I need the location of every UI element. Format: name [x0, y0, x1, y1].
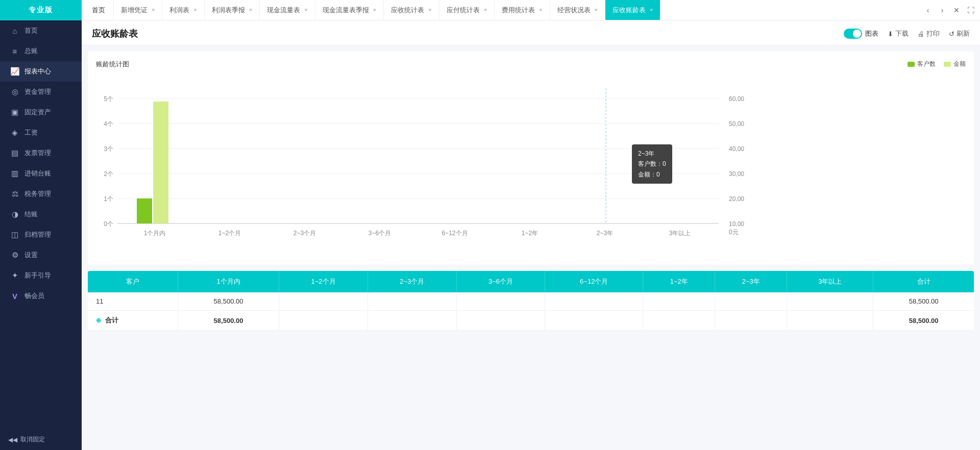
sidebar-item-close[interactable]: ◑ 结账 — [0, 204, 82, 224]
sidebar-item-vip[interactable]: V 畅会员 — [0, 286, 82, 306]
cell-y12 — [643, 292, 715, 311]
tab-cashflow-label: 现金流量表 — [267, 6, 300, 15]
sidebar-item-home[interactable]: ⌂ 首页 — [0, 20, 82, 41]
svg-text:2个: 2个 — [104, 170, 113, 178]
tab-profit-quarter[interactable]: 利润表季报 × — [205, 0, 260, 20]
col-header-m12: 1~2个月 — [279, 271, 368, 292]
cell-m12 — [279, 292, 368, 311]
archive-icon: ◫ — [10, 230, 19, 239]
tab-cashflow-close[interactable]: × — [304, 7, 307, 13]
tab-ar-aging-close[interactable]: × — [650, 7, 653, 13]
cell-m36 — [456, 292, 545, 311]
svg-text:20,000.00元: 20,000.00元 — [729, 195, 744, 203]
tab-voucher[interactable]: 新增凭证 × — [114, 0, 162, 20]
tab-cashflow-quarter[interactable]: 现金流量表季报 × — [315, 0, 384, 20]
tab-expense-stat-close[interactable]: × — [539, 7, 542, 13]
svg-text:10,000.00元: 10,000.00元 — [729, 220, 744, 228]
svg-text:1个: 1个 — [104, 195, 113, 203]
tab-profit-quarter-close[interactable]: × — [249, 7, 252, 13]
tab-ap-stat[interactable]: 应付统计表 × — [439, 0, 495, 20]
tab-operation[interactable]: 经营状况表 × — [550, 0, 605, 20]
svg-text:6~12个月: 6~12个月 — [442, 230, 468, 237]
sidebar-item-guide[interactable]: ✦ 新手引导 — [0, 265, 82, 286]
tab-cashflow[interactable]: 现金流量表 × — [260, 0, 315, 20]
tab-ar-stat[interactable]: 应收统计表 × — [384, 0, 439, 20]
tab-cashflow-quarter-close[interactable]: × — [373, 7, 376, 13]
tab-profit[interactable]: 利润表 × — [162, 0, 204, 20]
tab-voucher-close[interactable]: × — [152, 7, 155, 13]
total-m23 — [368, 311, 456, 331]
tab-ar-aging[interactable]: 应收账龄表 × — [605, 0, 660, 20]
refresh-label: 刷新 — [957, 29, 970, 38]
chart-toggle[interactable] — [844, 29, 862, 39]
fund-icon: ◎ — [10, 87, 19, 96]
sidebar-label-invoice: 发票管理 — [24, 148, 51, 158]
sidebar-item-fund[interactable]: ◎ 资金管理 — [0, 82, 82, 102]
sidebar-label-close: 结账 — [24, 210, 38, 219]
sidebar-item-ledger[interactable]: ≡ 总账 — [0, 41, 82, 61]
bar-chart: 5个 4个 3个 2个 1个 0个 60,000.00元 50,000.00元 … — [96, 73, 744, 257]
chart-container: 账龄统计图 客户数 金额 5个 4个 3个 2个 1个 — [88, 52, 974, 265]
tab-cashflow-quarter-label: 现金流量表季报 — [323, 6, 369, 15]
cell-customer: 11 — [88, 292, 178, 311]
tab-profit-close[interactable]: × — [193, 7, 197, 13]
tab-expense-stat[interactable]: 费用统计表 × — [495, 0, 550, 20]
tab-expense-stat-label: 费用统计表 — [502, 6, 535, 15]
bar-amount-0 — [153, 102, 168, 223]
tab-home[interactable]: 首页 — [84, 0, 114, 20]
sidebar-item-settings[interactable]: ⚙ 设置 — [0, 245, 82, 265]
legend-amount-box — [944, 62, 951, 67]
svg-text:0元: 0元 — [729, 229, 739, 236]
sidebar-label-settings: 设置 — [24, 251, 38, 260]
tab-ap-stat-label: 应付统计表 — [447, 6, 480, 15]
cell-m23 — [368, 292, 456, 311]
svg-text:50,000.00元: 50,000.00元 — [729, 120, 744, 128]
refresh-button[interactable]: ↺ 刷新 — [949, 29, 970, 38]
sidebar-label-fund: 资金管理 — [24, 87, 51, 96]
col-header-total: 合计 — [873, 271, 974, 292]
print-button[interactable]: 🖨 打印 — [918, 29, 940, 38]
tab-next-btn[interactable]: › — [935, 0, 949, 20]
svg-text:30,000.00元: 30,000.00元 — [729, 170, 744, 178]
tab-close-btn[interactable]: ✕ — [949, 0, 964, 20]
tab-ar-stat-close[interactable]: × — [428, 7, 431, 13]
cell-total: 58,500.00 — [873, 292, 974, 311]
refresh-icon: ↺ — [949, 30, 954, 38]
sidebar-label-tax: 税务管理 — [24, 189, 51, 198]
guide-icon: ✦ — [10, 271, 19, 280]
total-m36 — [456, 311, 545, 331]
total-m12 — [279, 311, 368, 331]
data-table-container: 客户 1个月内 1~2个月 2~3个月 3~6个月 6~12个月 1~2年 2~… — [88, 271, 974, 331]
legend-customers: 客户数 — [908, 60, 936, 68]
col-header-y23: 2~3年 — [715, 271, 787, 292]
sidebar-item-asset[interactable]: ▣ 固定资产 — [0, 102, 82, 122]
sidebar-label-guide: 新手引导 — [24, 271, 51, 280]
page-title: 应收账龄表 — [92, 28, 138, 40]
sidebar-item-tax[interactable]: ⚖ 税务管理 — [0, 184, 82, 204]
sidebar-item-purchase[interactable]: ▥ 进销台账 — [0, 163, 82, 184]
unpin-button[interactable]: ◀◀ 取消固定 — [0, 429, 82, 450]
tab-prev-btn[interactable]: ‹ — [921, 0, 935, 20]
svg-text:4个: 4个 — [104, 120, 113, 128]
sidebar-label-home: 首页 — [24, 26, 38, 35]
tab-home-label: 首页 — [92, 6, 105, 15]
download-icon: ⬇ — [888, 30, 893, 38]
print-icon: 🖨 — [918, 30, 924, 38]
sidebar-item-salary[interactable]: ◈ 工资 — [0, 122, 82, 143]
total-row: ⊕ 合计 58,500.00 58,500.00 — [88, 311, 974, 331]
tab-expand-btn[interactable]: ⛶ — [964, 0, 978, 20]
total-icon: ⊕ — [96, 317, 101, 324]
sidebar-item-report[interactable]: 📈 报表中心 — [0, 61, 82, 82]
sidebar-item-invoice[interactable]: ▤ 发票管理 — [0, 143, 82, 163]
tab-operation-close[interactable]: × — [595, 7, 598, 13]
svg-text:60,000.00元: 60,000.00元 — [729, 95, 744, 103]
sidebar-label-ledger: 总账 — [24, 46, 38, 56]
sidebar-label-vip: 畅会员 — [24, 291, 44, 301]
download-button[interactable]: ⬇ 下载 — [888, 29, 909, 38]
sidebar-item-archive[interactable]: ◫ 归档管理 — [0, 224, 82, 245]
total-row-label: 合计 — [105, 316, 118, 324]
svg-text:3个: 3个 — [104, 145, 113, 153]
svg-text:1~2个月: 1~2个月 — [218, 230, 241, 237]
ledger-icon: ≡ — [10, 47, 19, 56]
tab-ap-stat-close[interactable]: × — [484, 7, 487, 13]
